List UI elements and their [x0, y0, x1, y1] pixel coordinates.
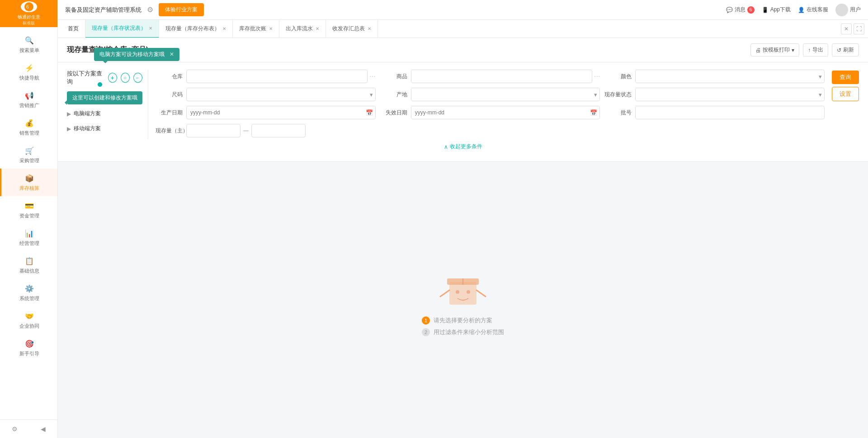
- export-btn[interactable]: ↑ 导出: [803, 43, 828, 57]
- filter-main-area: 按以下方案查询 + ○ ← 电脑方案可设为移动方案哦 ✕: [67, 70, 859, 139]
- hint-text-1: 请先选择要分析的方案: [434, 316, 492, 325]
- filter-produce-date: 生产日期 📅: [156, 106, 376, 119]
- filter-row-4: 现存量（主） —: [156, 124, 825, 137]
- scheme-label-pc: 电脑端方案: [74, 110, 101, 118]
- tab-batch[interactable]: 库存批次账 ✕: [233, 20, 279, 38]
- app-logo: 6 畅通好生意 标准版: [0, 0, 57, 27]
- stock-status-select[interactable]: [635, 88, 825, 101]
- batch-input[interactable]: [635, 106, 825, 119]
- sidebar-item-system[interactable]: ⚙️ 系统管理: [0, 279, 57, 306]
- sidebar-item-purchase[interactable]: 🛒 采购管理: [0, 141, 57, 169]
- svg-text:6: 6: [26, 5, 29, 9]
- guide-icon: 🎯: [24, 339, 34, 349]
- user-area[interactable]: 用户: [835, 4, 861, 16]
- tooltip-2-close[interactable]: ✕: [142, 94, 147, 101]
- service-icon: 👤: [798, 7, 805, 13]
- header: 装备及固定资产辅助管理系统 ⚙ 体验行业方案 💬 消息 6 📱 App下载 👤 …: [58, 0, 868, 20]
- scheme-item-mobile[interactable]: ▶ 移动端方案: [67, 123, 142, 134]
- tab-home[interactable]: 首页: [61, 20, 85, 38]
- industry-btn[interactable]: 体验行业方案: [159, 3, 204, 16]
- sidebar-item-nav[interactable]: ⚡ 快捷导航: [0, 58, 57, 86]
- sidebar-item-inventory[interactable]: 📦 库存核算: [0, 169, 57, 196]
- header-left: 装备及固定资产辅助管理系统 ⚙ 体验行业方案: [65, 3, 204, 16]
- tab-flow-label: 出入库流水: [286, 25, 313, 33]
- stock-main-min-input[interactable]: [186, 124, 241, 137]
- sidebar-label-marketing: 营销推广: [19, 102, 39, 109]
- stock-main-max-input[interactable]: [251, 124, 306, 137]
- sidebar-label-collab: 企业协同: [19, 323, 39, 330]
- collapse-more-btn[interactable]: ∧ 收起更多条件: [67, 139, 859, 154]
- expire-date-input[interactable]: [411, 106, 600, 119]
- empty-state: 1 请先选择要分析的方案 2 用过滤条件来缩小分析范围: [58, 162, 868, 438]
- tab-inventory-status[interactable]: 现存量（库存状况表） ✕: [85, 20, 159, 38]
- scheme-section-mobile: ▶ 移动端方案: [67, 123, 142, 134]
- sidebar-item-sales[interactable]: 💰 销售管理: [0, 113, 57, 141]
- add-scheme-btn[interactable]: +: [108, 73, 117, 83]
- sidebar-item-guide[interactable]: 🎯 新手引导: [0, 334, 57, 362]
- edit-scheme-btn[interactable]: ○: [121, 73, 130, 83]
- management-icon: 📊: [24, 228, 34, 238]
- filter-section: 按以下方案查询 + ○ ← 电脑方案可设为移动方案哦 ✕: [58, 62, 868, 162]
- tab-batch-close[interactable]: ✕: [269, 26, 273, 31]
- scheme-item-pc[interactable]: ▶ 电脑端方案: [67, 108, 142, 119]
- filter-origin: 产地 ▾: [380, 88, 600, 101]
- empty-hints: 1 请先选择要分析的方案 2 用过滤条件来缩小分析范围: [422, 316, 504, 336]
- reset-btn[interactable]: 设置: [832, 87, 859, 101]
- tab-inventory-dist[interactable]: 现存量（库存分布表） ✕: [159, 20, 233, 38]
- search-btn[interactable]: 查询: [832, 71, 859, 84]
- message-btn[interactable]: 💬 消息 6: [726, 6, 755, 14]
- sidebar-item-basic[interactable]: 📋 基础信息: [0, 251, 57, 279]
- online-service-btn[interactable]: 👤 在线客服: [798, 6, 828, 14]
- tab-actions: ✕ ⛶: [841, 24, 864, 34]
- tab-flow[interactable]: 出入库流水 ✕: [279, 20, 326, 38]
- warehouse-more-icon: ···: [369, 70, 375, 80]
- sidebar-label-management: 经营管理: [19, 240, 39, 247]
- sidebar-item-collab[interactable]: 🤝 企业协同: [0, 306, 57, 334]
- template-print-btn[interactable]: 🖨 按模板打印 ▾: [750, 43, 799, 57]
- tab-inventory-dist-close[interactable]: ✕: [222, 26, 226, 31]
- search-icon: 🔍: [24, 35, 34, 45]
- svg-rect-2: [449, 282, 476, 305]
- sidebar-item-finance[interactable]: 💳 资金管理: [0, 196, 57, 224]
- refresh-icon: ↺: [837, 47, 841, 53]
- tab-flow-close[interactable]: ✕: [316, 26, 319, 31]
- svg-line-8: [476, 290, 486, 297]
- logo-icon: 6: [21, 1, 37, 12]
- collapse-sidebar-btn[interactable]: ◀: [41, 425, 46, 433]
- scheme-column: 按以下方案查询 + ○ ← 电脑方案可设为移动方案哦 ✕: [67, 70, 148, 139]
- tooltip-text-2: 这里可以创建和修改方案哦: [72, 94, 137, 101]
- tab-close-all-btn[interactable]: ✕: [841, 24, 852, 34]
- range-separator: —: [243, 127, 249, 134]
- tab-fullscreen-btn[interactable]: ⛶: [854, 24, 864, 34]
- size-label: 尺码: [156, 91, 183, 99]
- tab-summary-close[interactable]: ✕: [368, 26, 371, 31]
- app-download-btn[interactable]: 📱 App下载: [762, 6, 791, 14]
- settings-icon[interactable]: ⚙: [147, 5, 153, 14]
- refresh-btn[interactable]: ↺ 刷新: [832, 43, 859, 57]
- produce-date-input[interactable]: [186, 106, 376, 119]
- user-label: 用户: [850, 6, 861, 14]
- sidebar-item-search[interactable]: 🔍 搜索菜单: [0, 31, 57, 58]
- product-input[interactable]: [411, 70, 592, 83]
- filter-batch: 批号: [604, 106, 825, 119]
- filter-warehouse: 仓库 ···: [156, 70, 376, 83]
- size-select[interactable]: [186, 88, 376, 101]
- tab-inventory-status-close[interactable]: ✕: [149, 26, 152, 31]
- origin-select[interactable]: [411, 88, 600, 101]
- warehouse-input[interactable]: [186, 70, 368, 83]
- sidebar-item-management[interactable]: 📊 经营管理: [0, 224, 57, 251]
- tab-summary[interactable]: 收发存汇总表 ✕: [326, 20, 378, 38]
- color-select[interactable]: [635, 70, 825, 83]
- produce-date-label: 生产日期: [156, 109, 183, 117]
- arrow-icon-pc: ▶: [67, 111, 71, 117]
- tooltip-1-close[interactable]: ✕: [170, 51, 174, 57]
- app-badge: 标准版: [23, 20, 35, 26]
- empty-hint-1: 1 请先选择要分析的方案: [422, 316, 504, 325]
- settings-bottom-btn[interactable]: ⚙: [12, 425, 18, 433]
- product-more-icon: ···: [594, 70, 600, 80]
- message-icon: 💬: [726, 7, 733, 13]
- header-right: 💬 消息 6 📱 App下载 👤 在线客服 用户: [726, 4, 861, 16]
- tab-inventory-dist-label: 现存量（库存分布表）: [165, 25, 220, 33]
- sidebar-item-marketing[interactable]: 📢 营销推广: [0, 86, 57, 113]
- back-btn[interactable]: ←: [133, 73, 142, 83]
